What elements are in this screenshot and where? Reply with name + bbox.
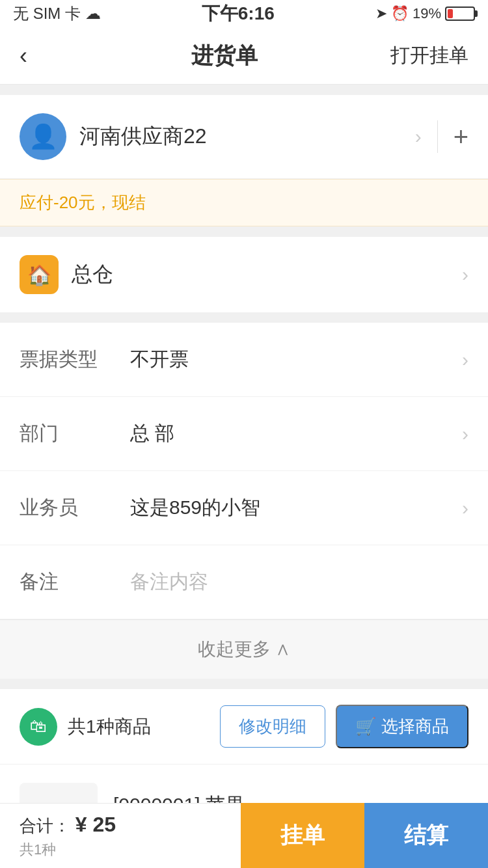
battery-icon xyxy=(445,7,475,21)
avatar-icon: 👤 xyxy=(29,123,58,150)
supplier-avatar: 👤 xyxy=(20,113,66,160)
warehouse-card[interactable]: 🏠 总仓 › xyxy=(0,237,488,312)
remark-label: 备注 xyxy=(20,569,111,595)
location-icon: ➤ xyxy=(375,5,387,22)
status-bar: 无 SIM 卡 ☁ 下午6:16 ➤ ⏰ 19% xyxy=(0,0,488,27)
nav-bar: ‹ 进货单 打开挂单 xyxy=(0,27,488,85)
payment-info-banner: 应付-20元，现结 xyxy=(0,179,488,226)
gap-1 xyxy=(0,85,488,95)
staff-value: 这是859的小智 xyxy=(111,495,462,521)
collapse-button[interactable]: 收起更多 ∧ xyxy=(0,619,488,679)
alarm-icon: ⏰ xyxy=(391,5,409,22)
invoice-value: 不开票 xyxy=(111,346,462,373)
collapse-label: 收起更多 ∧ xyxy=(198,637,291,662)
invoice-label: 票据类型 xyxy=(20,346,111,373)
gap-4 xyxy=(0,679,488,689)
back-button[interactable]: ‹ xyxy=(20,42,59,70)
warehouse-chevron-icon: › xyxy=(462,264,468,286)
cart-icon: 🛒 xyxy=(355,716,376,737)
product-icon: 🛍 xyxy=(20,708,57,746)
sim-label: 无 SIM 卡 ☁ xyxy=(13,3,101,24)
battery-fill xyxy=(448,9,453,18)
warehouse-name: 总仓 xyxy=(72,260,462,289)
status-right: ➤ ⏰ 19% xyxy=(375,5,475,22)
total-line: 合计： ¥ 25 xyxy=(20,813,221,837)
total-label: 合计： xyxy=(20,816,70,835)
total-amount: ¥ 25 xyxy=(75,813,116,836)
add-supplier-button[interactable]: + xyxy=(454,122,468,152)
staff-row[interactable]: 业务员 这是859的小智 › xyxy=(0,471,488,545)
footer: 合计： ¥ 25 共1种 挂单 结算 xyxy=(0,803,488,868)
open-pending-button[interactable]: 打开挂单 xyxy=(390,42,468,69)
status-left: 无 SIM 卡 ☁ xyxy=(13,3,101,24)
product-count: 共1种商品 xyxy=(68,714,210,739)
supplier-chevron-icon: › xyxy=(415,126,422,148)
form-section: 票据类型 不开票 › 部门 总 部 › 业务员 这是859的小智 › 备注 备注… xyxy=(0,323,488,679)
supplier-row[interactable]: 👤 河南供应商22 › + xyxy=(0,95,488,179)
department-row[interactable]: 部门 总 部 › xyxy=(0,397,488,471)
total-count: 共1种 xyxy=(20,840,221,860)
warehouse-icon: 🏠 xyxy=(20,255,59,294)
supplier-card: 👤 河南供应商22 › + 应付-20元，现结 xyxy=(0,95,488,226)
checkout-button[interactable]: 结算 xyxy=(364,803,488,868)
department-chevron-icon: › xyxy=(462,423,468,445)
select-product-label: 选择商品 xyxy=(381,715,449,738)
invoice-chevron-icon: › xyxy=(462,349,468,371)
gap-2 xyxy=(0,226,488,237)
battery-label: 19% xyxy=(413,5,441,22)
staff-label: 业务员 xyxy=(20,495,111,521)
product-header: 🛍 共1种商品 修改明细 🛒 选择商品 xyxy=(0,689,488,765)
warehouse-row[interactable]: 🏠 总仓 › xyxy=(0,237,488,312)
vertical-divider xyxy=(437,120,438,153)
footer-total: 合计： ¥ 25 共1种 xyxy=(0,803,241,868)
status-time: 下午6:16 xyxy=(202,1,275,26)
department-label: 部门 xyxy=(20,420,111,447)
remark-row[interactable]: 备注 备注内容 xyxy=(0,545,488,619)
select-product-button[interactable]: 🛒 选择商品 xyxy=(336,705,468,748)
modify-detail-button[interactable]: 修改明细 xyxy=(220,705,325,748)
remark-input[interactable]: 备注内容 xyxy=(111,569,468,595)
department-value: 总 部 xyxy=(111,420,462,447)
page-title: 进货单 xyxy=(191,41,258,71)
gap-3 xyxy=(0,312,488,323)
hang-order-button[interactable]: 挂单 xyxy=(241,803,364,868)
invoice-type-row[interactable]: 票据类型 不开票 › xyxy=(0,323,488,397)
staff-chevron-icon: › xyxy=(462,497,468,519)
supplier-name: 河南供应商22 xyxy=(79,122,415,151)
bag-icon: 🛍 xyxy=(30,716,47,737)
